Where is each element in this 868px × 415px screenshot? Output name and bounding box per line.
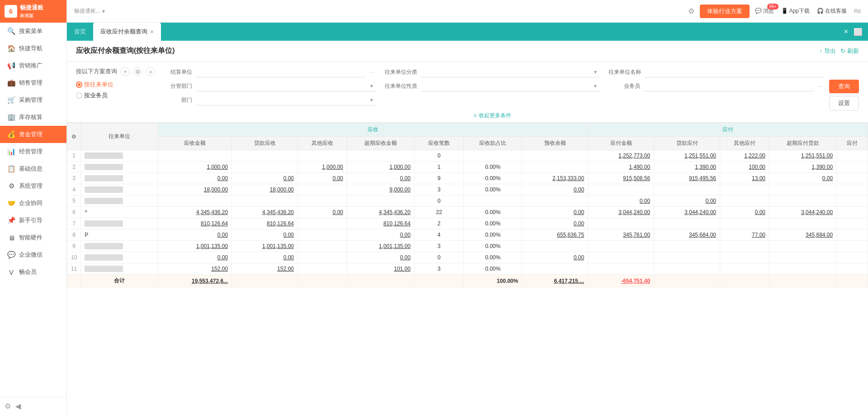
partner-name-cell: ██████████ bbox=[81, 162, 158, 173]
breadcrumb-arrow: ▾ bbox=[102, 8, 105, 14]
scheme-selector: 按以下方案查询 + ⚙ « 按往来单位 按业务员 bbox=[76, 67, 155, 100]
table-wrapper: ⚙ 往来单位 应收 应付 应收金额 贷款应收 其他应收 超期应收金额 应收笔数 … bbox=[67, 123, 868, 415]
system-icon: ⚙ bbox=[7, 182, 15, 190]
app-download[interactable]: 📱 App下载 bbox=[781, 7, 810, 15]
scheme-by-partner[interactable]: 按往来单位 bbox=[76, 81, 155, 89]
partner-name-cell: ██████████ bbox=[81, 263, 158, 275]
col-ar-amount: 应收金额 bbox=[158, 137, 232, 150]
table-row: 2██████████1,000.001,000.001,000.0010.00… bbox=[67, 162, 868, 173]
tab-close-icon[interactable]: × bbox=[150, 28, 154, 35]
sales-icon: 💼 bbox=[7, 79, 15, 87]
partner-name-input[interactable] bbox=[645, 67, 824, 77]
operation-icon: 📊 bbox=[7, 148, 15, 156]
tab-home[interactable]: 首页 bbox=[67, 23, 93, 41]
col-ar-group-header: 应收 bbox=[158, 123, 588, 137]
table-row: 4██████████18,000.0018,000.009,000.0030.… bbox=[67, 184, 868, 196]
tabs-bar-actions: × ⬜ bbox=[844, 28, 868, 36]
radio-salesman bbox=[76, 92, 82, 99]
table-row: 10██████████0.000.000.0000.00%0.00 bbox=[67, 252, 868, 263]
page-actions: ↑ 导出 ↻ 刷新 bbox=[820, 47, 859, 55]
sidebar-item-nav[interactable]: 🏠 快捷导航 bbox=[0, 40, 66, 57]
filter-header: 按以下方案查询 + ⚙ « bbox=[76, 67, 155, 76]
refresh-icon: ↻ bbox=[840, 48, 845, 54]
partner-nature-select[interactable]: ▾ bbox=[421, 81, 600, 91]
guide-icon: 📌 bbox=[7, 216, 15, 224]
breadcrumb: 畅捷通账... ▾ bbox=[74, 7, 683, 15]
department-chevron-icon: ▾ bbox=[370, 97, 373, 103]
corp-icon: 🤝 bbox=[7, 199, 15, 207]
download-icon: 📱 bbox=[781, 8, 788, 14]
col-ap-other: 其他应付 bbox=[720, 137, 769, 150]
sidebar-item-search[interactable]: 🔍 搜索菜单 bbox=[0, 23, 66, 40]
logo-icon: 6 bbox=[5, 5, 17, 18]
total-ap-amount[interactable]: -654,751.40 bbox=[588, 275, 654, 287]
sidebar-item-inventory[interactable]: 🏢 库存核算 bbox=[0, 109, 66, 126]
filter-dept: 分管部门 ▾ bbox=[160, 81, 376, 91]
settings-bottom-icon[interactable]: ⚙ bbox=[5, 402, 11, 410]
sidebar-item-sales[interactable]: 💼 销售管理 bbox=[0, 74, 66, 91]
partner-name-cell: ██████████ bbox=[81, 241, 158, 252]
online-service[interactable]: 🎧 在线客服 bbox=[817, 7, 847, 15]
export-action[interactable]: ↑ 导出 bbox=[820, 47, 836, 55]
page-title: 应收应付余额查询(按往来单位) bbox=[76, 46, 175, 56]
filter-settings-button[interactable]: ⚙ bbox=[133, 67, 142, 76]
table-settings-header[interactable]: ⚙ bbox=[67, 123, 81, 150]
salesman-input[interactable] bbox=[644, 81, 814, 91]
partner-name-cell: P bbox=[81, 229, 158, 241]
col-ar-loan: 贷款应收 bbox=[232, 137, 298, 150]
sidebar-item-hardware[interactable]: 🖥 智能硬件 bbox=[0, 229, 66, 246]
purchase-icon: 🛒 bbox=[7, 96, 15, 104]
data-table: ⚙ 往来单位 应收 应付 应收金额 贷款应收 其他应收 超期应收金额 应收笔数 … bbox=[67, 123, 868, 287]
col-ap-extra: 应付 bbox=[837, 137, 868, 150]
sidebar-item-corp[interactable]: 🤝 企业协同 bbox=[0, 195, 66, 212]
sidebar-item-guide[interactable]: 📌 新手引导 bbox=[0, 212, 66, 229]
sidebar-item-member[interactable]: V 畅会员 bbox=[0, 263, 66, 281]
dept-select[interactable]: ▾ bbox=[196, 81, 376, 91]
sidebar-item-purchase[interactable]: 🛒 采购管理 bbox=[0, 91, 66, 109]
total-row: 合计 19,553,472,6... 100.00% 6,417,215....… bbox=[67, 275, 868, 287]
department-select[interactable]: ▾ bbox=[196, 95, 376, 105]
tab-ar-balance[interactable]: 应收应付余额查询 × bbox=[93, 23, 161, 41]
filter-section: 按以下方案查询 + ⚙ « 按往来单位 按业务员 bbox=[67, 62, 868, 123]
table-row: 1██████████01,252,773.001,251,551.001,22… bbox=[67, 150, 868, 162]
sidebar-bottom: ⚙ ◀ bbox=[0, 397, 66, 415]
col-ap-loan: 贷款应付 bbox=[654, 137, 720, 150]
filter-add-button[interactable]: + bbox=[121, 67, 130, 76]
sidebar-item-operation[interactable]: 📊 经营管理 bbox=[0, 143, 66, 160]
message-icon: 💬 bbox=[755, 8, 762, 14]
settlement-unit-ellipsis[interactable]: ··· bbox=[369, 68, 375, 76]
filter-partner-nature: 往来单位性质 ▾ bbox=[385, 81, 600, 91]
sidebar: 6 畅捷通账 标准版 🔍 搜索菜单 🏠 快捷导航 📢 营销推广 💼 销售管理 🛒… bbox=[0, 0, 67, 415]
basic-icon: 📋 bbox=[7, 165, 15, 173]
refresh-action[interactable]: ↻ 刷新 bbox=[840, 47, 859, 55]
partner-name-cell: ██████████ bbox=[81, 252, 158, 263]
query-buttons: 查询 设置 bbox=[829, 67, 859, 110]
query-button[interactable]: 查询 bbox=[829, 80, 859, 93]
collapse-icon[interactable]: ◀ bbox=[15, 402, 21, 410]
table-row: 9██████████1,001,135.001,001,135.001,001… bbox=[67, 241, 868, 252]
filter-collapse-btn[interactable]: ∧ 收起更多条件 bbox=[160, 109, 824, 122]
sidebar-item-finance[interactable]: 💰 资金管理 bbox=[0, 126, 66, 143]
sidebar-item-marketing[interactable]: 📢 营销推广 bbox=[0, 57, 66, 74]
filter-inputs: 结算单位 ··· 往来单位分类 ▾ 往来单位名称 bbox=[160, 67, 824, 122]
export-icon: ↑ bbox=[820, 48, 823, 54]
partner-name-cell: ██████████ bbox=[81, 218, 158, 229]
message-wrapper[interactable]: 💬 消息 99+ bbox=[755, 7, 774, 15]
scheme-by-salesman[interactable]: 按业务员 bbox=[76, 91, 155, 100]
salesman-ellipsis[interactable]: ··· bbox=[818, 82, 824, 91]
sidebar-item-system[interactable]: ⚙ 系统管理 bbox=[0, 177, 66, 195]
set-button[interactable]: 设置 bbox=[829, 96, 859, 110]
trial-button[interactable]: 体验行业方案 bbox=[700, 5, 750, 18]
total-ar-amount[interactable]: 19,553,472,6... bbox=[158, 275, 232, 287]
user-info[interactable]: Rit bbox=[854, 8, 861, 14]
sidebar-item-basic[interactable]: 📋 基础信息 bbox=[0, 160, 66, 177]
total-ar-prepay[interactable]: 6,417,215.... bbox=[522, 275, 588, 287]
window-maximize-icon[interactable]: ⬜ bbox=[854, 28, 863, 36]
window-close-icon[interactable]: × bbox=[844, 28, 848, 36]
partner-category-select[interactable]: ▾ bbox=[421, 67, 600, 77]
logo: 6 畅捷通账 标准版 bbox=[0, 0, 66, 23]
sidebar-item-wechat[interactable]: 💬 企业微信 bbox=[0, 246, 66, 263]
settlement-unit-input[interactable] bbox=[196, 67, 366, 77]
filter-collapse-left[interactable]: « bbox=[146, 67, 155, 76]
settings-icon[interactable]: ⚙ bbox=[688, 7, 694, 15]
